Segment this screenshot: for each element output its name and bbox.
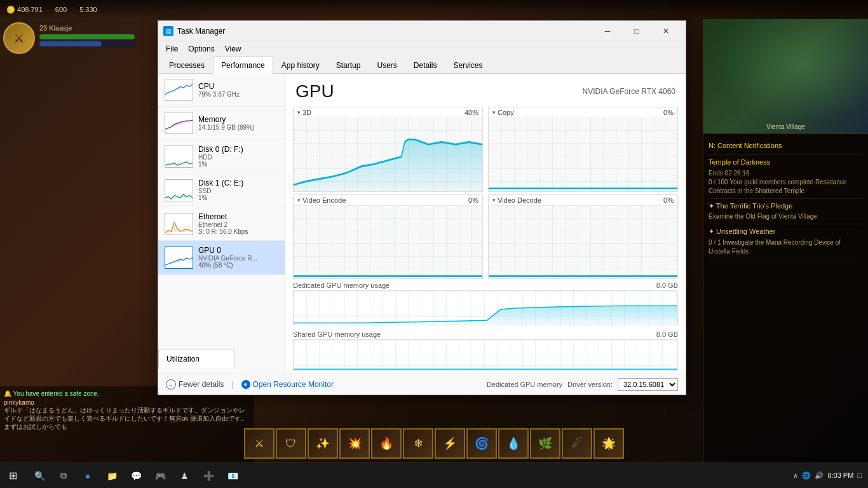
tab-performance[interactable]: Performance bbox=[213, 57, 273, 74]
gpu0-mini-graph bbox=[165, 247, 193, 269]
taskbar-app1[interactable]: ➕ bbox=[197, 464, 220, 487]
chart-decode-area bbox=[489, 205, 677, 279]
sidebar-item-memory[interactable]: Memory 14.1/15.9 GB (89%) bbox=[158, 107, 285, 140]
taskbar-explorer[interactable]: 📁 bbox=[100, 464, 123, 487]
chart-encode-header: ▾ Video Encode 0% bbox=[294, 195, 482, 205]
cpu-info: CPU 79% 3.87 GHz bbox=[198, 82, 278, 98]
skill-10[interactable]: 🌿 bbox=[530, 428, 560, 459]
menu-options[interactable]: Options bbox=[183, 43, 219, 55]
tray-volume[interactable]: 🔊 bbox=[815, 471, 824, 480]
shared-memory-section: Shared GPU memory usage 8.0 GB bbox=[293, 330, 678, 374]
gpu-main-panel: GPU NVIDIA GeForce RTX 4060 ▾ 3D bbox=[285, 74, 686, 374]
chart-decode-label: Video Decode bbox=[498, 196, 541, 204]
chart-encode-percent: 0% bbox=[468, 196, 478, 204]
time-display: 8:03 PM bbox=[827, 471, 853, 480]
tab-startup[interactable]: Startup bbox=[328, 57, 369, 74]
hud-score: 5.330 bbox=[79, 6, 97, 13]
skill-6[interactable]: ❄ bbox=[403, 428, 433, 459]
taskbar-whatsapp[interactable]: 💬 bbox=[125, 464, 147, 487]
driver-version-select[interactable]: 32.0.15.6081 bbox=[618, 378, 678, 391]
tab-bar: Processes Performance App history Startu… bbox=[158, 57, 686, 74]
open-resource-monitor-link[interactable]: ⊕ Open Resource Monitor bbox=[241, 380, 334, 389]
fewer-details-button[interactable]: ⌄ Fewer details bbox=[166, 379, 224, 390]
game-hud-top: 🪙 408.791 600 5.330 bbox=[0, 0, 868, 19]
close-button[interactable]: ✕ bbox=[651, 21, 681, 41]
chart-3d-percent: 40% bbox=[465, 109, 478, 116]
minimize-button[interactable]: ─ bbox=[593, 21, 622, 41]
chart-decode-percent: 0% bbox=[663, 196, 674, 204]
taskbar-task-view[interactable]: ⧉ bbox=[52, 464, 75, 487]
fewer-details-label: Fewer details bbox=[179, 380, 224, 389]
skill-1[interactable]: ⚔ bbox=[244, 428, 275, 459]
player-bars: 23 Klaasje bbox=[39, 24, 135, 48]
window-controls: ─ □ ✕ bbox=[593, 21, 681, 41]
chart-row-1: ▾ 3D 40% bbox=[293, 107, 678, 192]
svg-marker-0 bbox=[294, 140, 482, 191]
disk0-mini-graph bbox=[165, 146, 193, 168]
game-right-panel: Vienta Village N: Content Notifications … bbox=[703, 19, 868, 463]
maximize-button[interactable]: □ bbox=[622, 21, 651, 41]
taskbar-steam[interactable]: ♟ bbox=[173, 464, 196, 487]
menubar: File Options View bbox=[158, 41, 686, 57]
dedicated-gpu-label: Dedicated GPU memory bbox=[487, 381, 562, 388]
gpu-header: GPU NVIDIA GeForce RTX 4060 bbox=[285, 74, 686, 107]
chart-copy-header: ▾ Copy 0% bbox=[489, 107, 677, 118]
skill-2[interactable]: 🛡 bbox=[276, 428, 306, 459]
skill-8[interactable]: 🌀 bbox=[466, 428, 497, 459]
chart-3d: ▾ 3D 40% bbox=[293, 107, 483, 192]
tray-notifications[interactable]: □ bbox=[857, 471, 862, 479]
taskbar-chrome[interactable]: ● bbox=[76, 464, 99, 487]
tray-network[interactable]: 🌐 bbox=[802, 471, 811, 480]
tray-chevron[interactable]: ∧ bbox=[793, 471, 798, 480]
tab-details[interactable]: Details bbox=[405, 57, 445, 74]
taskbar-clock[interactable]: 8:03 PM bbox=[827, 471, 853, 480]
quest-notifications: N: Content Notifications bbox=[709, 139, 863, 155]
skill-3[interactable]: ✨ bbox=[308, 428, 338, 459]
skill-9[interactable]: 💧 bbox=[498, 428, 529, 459]
sidebar-item-cpu[interactable]: CPU 79% 3.87 GHz bbox=[158, 74, 285, 107]
disk1-mini-graph bbox=[165, 179, 193, 201]
tab-app-history[interactable]: App history bbox=[273, 57, 328, 74]
skill-7[interactable]: ⚡ bbox=[435, 428, 465, 459]
shared-memory-header: Shared GPU memory usage 8.0 GB bbox=[293, 330, 678, 338]
skill-4[interactable]: 💥 bbox=[339, 428, 370, 459]
tab-users[interactable]: Users bbox=[369, 57, 405, 74]
tab-services[interactable]: Services bbox=[445, 57, 491, 74]
skill-11[interactable]: ☄ bbox=[562, 428, 592, 459]
quest-weather: ✦ Unsettling Weather 0 / 1 Investigate t… bbox=[709, 224, 863, 259]
sidebar-item-disk0[interactable]: Disk 0 (D: F:) HDD 1% bbox=[158, 140, 285, 173]
resource-monitor-icon: ⊕ bbox=[241, 380, 250, 389]
taskbar-search[interactable]: 🔍 bbox=[28, 464, 51, 487]
taskbar-discord[interactable]: 🎮 bbox=[149, 464, 172, 487]
hud-time: 600 bbox=[55, 6, 67, 13]
tab-processes[interactable]: Processes bbox=[161, 57, 213, 74]
sidebar-item-disk1[interactable]: Disk 1 (C: E:) SSD 1% bbox=[158, 173, 285, 207]
menu-view[interactable]: View bbox=[220, 43, 247, 55]
chart-copy-label: Copy bbox=[498, 109, 514, 116]
svg-marker-1 bbox=[294, 306, 677, 325]
dedicated-memory-section: Dedicated GPU memory usage 8.0 GB bbox=[293, 281, 678, 328]
zone-name: Vienta Village bbox=[766, 123, 805, 130]
gpu-charts-area: ▾ 3D 40% bbox=[285, 107, 686, 374]
disk1-info: Disk 1 (C: E:) SSD 1% bbox=[198, 179, 278, 201]
task-manager-window: ▤ Task Manager ─ □ ✕ File Options View P… bbox=[158, 20, 686, 395]
player-name: 23 Klaasje bbox=[39, 24, 135, 32]
menu-file[interactable]: File bbox=[161, 43, 183, 55]
start-button[interactable]: ⊞ bbox=[0, 463, 25, 489]
chart-row-2: ▾ Video Encode 0% bbox=[293, 194, 678, 280]
chart-encode-label: Video Encode bbox=[302, 196, 346, 204]
quest-temple: Temple of Darkness Ends 02:26:16 0 / 100… bbox=[709, 155, 863, 198]
chart-3d-label: 3D bbox=[302, 109, 311, 116]
taskbar-app2[interactable]: 📧 bbox=[221, 464, 244, 487]
sidebar-item-ethernet[interactable]: Ethernet Ethernet 2 S: 0 R: 56.0 Kbps bbox=[158, 207, 285, 241]
skill-12[interactable]: 🌟 bbox=[593, 428, 624, 459]
utilization-label: Utilization bbox=[166, 355, 200, 363]
quest-trio: ✦ The Terrific Trio's Pledge Examine the… bbox=[709, 199, 863, 224]
memory-mini-graph bbox=[165, 112, 193, 134]
shared-memory-max: 8.0 GB bbox=[656, 330, 678, 338]
sidebar-item-gpu0[interactable]: GPU 0 NVIDIA GeForce R... 40% (58 °C) bbox=[158, 241, 285, 274]
chart-encode-area bbox=[294, 205, 482, 279]
mp-bar-bg bbox=[39, 41, 135, 46]
fewer-details-icon: ⌄ bbox=[166, 379, 176, 390]
skill-5[interactable]: 🔥 bbox=[371, 428, 402, 459]
